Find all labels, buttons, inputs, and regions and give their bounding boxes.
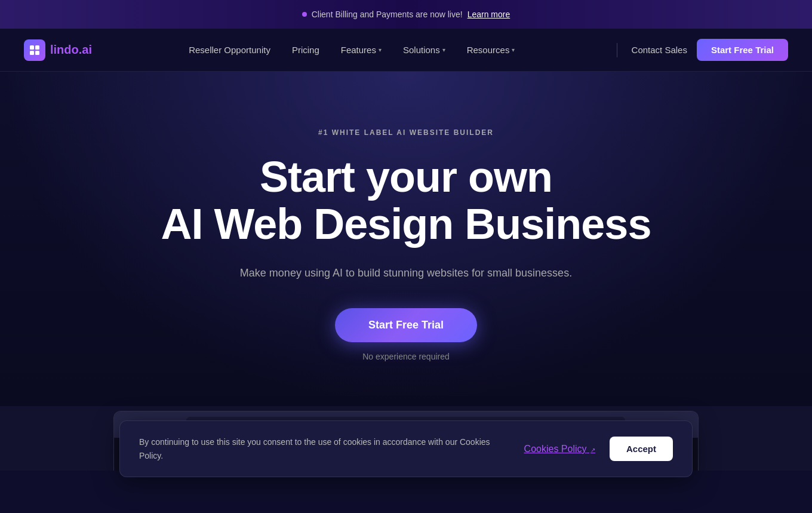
external-link-icon: ↗	[590, 447, 595, 453]
hero-badge: #1 WHITE LABEL AI WEBSITE BUILDER	[318, 128, 494, 137]
hero-start-trial-button[interactable]: Start Free Trial	[335, 308, 477, 342]
nav-links: Reseller Opportunity Pricing Features ▾ …	[180, 40, 523, 60]
features-chevron: ▾	[379, 47, 382, 53]
cookie-banner: By continuing to use this site you conse…	[119, 420, 693, 477]
no-experience-label: No experience required	[362, 352, 450, 361]
nav-start-trial-button[interactable]: Start Free Trial	[697, 39, 788, 61]
nav-resources[interactable]: Resources ▾	[459, 40, 524, 60]
announcement-dot	[302, 12, 307, 17]
cookie-text: By continuing to use this site you conse…	[139, 435, 500, 462]
contact-sales-link[interactable]: Contact Sales	[632, 45, 687, 55]
resources-chevron: ▾	[512, 47, 515, 53]
svg-rect-1	[35, 45, 39, 50]
nav-right: Contact Sales Start Free Trial	[612, 39, 788, 61]
svg-rect-2	[30, 51, 34, 55]
hero-title: Start your own AI Web Design Business	[161, 153, 651, 248]
svg-rect-3	[35, 51, 39, 55]
logo-svg	[29, 44, 41, 56]
learn-more-link[interactable]: Learn more	[467, 10, 510, 19]
announcement-text: Client Billing and Payments are now live…	[312, 10, 463, 19]
cookies-policy-link[interactable]: Cookies Policy ↗	[524, 444, 595, 454]
nav-divider	[617, 43, 617, 57]
nav-solutions[interactable]: Solutions ▾	[395, 40, 454, 60]
cookie-actions: Cookies Policy ↗ Accept	[524, 437, 673, 461]
accept-cookies-button[interactable]: Accept	[610, 437, 673, 461]
hero-section: #1 WHITE LABEL AI WEBSITE BUILDER Start …	[0, 72, 812, 406]
nav-features[interactable]: Features ▾	[333, 40, 390, 60]
logo[interactable]: lindo.ai	[24, 39, 92, 61]
logo-icon	[24, 39, 45, 61]
hero-subtitle: Make money using AI to build stunning we…	[240, 265, 572, 282]
svg-rect-0	[30, 45, 34, 50]
solutions-chevron: ▾	[442, 47, 445, 53]
nav-reseller[interactable]: Reseller Opportunity	[180, 40, 279, 60]
navbar: lindo.ai Reseller Opportunity Pricing Fe…	[0, 29, 812, 72]
nav-pricing[interactable]: Pricing	[284, 40, 328, 60]
logo-wordmark: lindo.ai	[50, 43, 92, 57]
announcement-banner: Client Billing and Payments are now live…	[0, 0, 812, 29]
